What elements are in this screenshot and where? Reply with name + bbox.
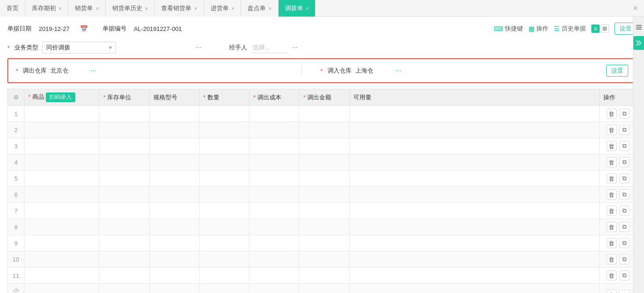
row-cost-8[interactable]: [249, 219, 299, 235]
row-spec-1[interactable]: [149, 106, 199, 122]
row-cost-9[interactable]: [249, 235, 299, 251]
row-product-6[interactable]: [24, 187, 99, 203]
tab-home[interactable]: 首页: [0, 0, 25, 17]
row-qty-8[interactable]: [199, 219, 249, 235]
tab-transfer-order[interactable]: 调拨单 ×: [279, 0, 316, 17]
row-available-7[interactable]: [349, 203, 599, 219]
row-unit-6[interactable]: [99, 187, 149, 203]
person-select[interactable]: 选择...: [251, 43, 288, 53]
row-product-7[interactable]: [24, 203, 99, 219]
row-unit-7[interactable]: [99, 203, 149, 219]
row-spec-7[interactable]: [149, 203, 199, 219]
tab-sales-order-close[interactable]: ×: [96, 6, 98, 11]
row-qty-10[interactable]: [199, 251, 249, 268]
row-cost-7[interactable]: [249, 203, 299, 219]
row-unit-11[interactable]: [99, 268, 149, 284]
row-qty-9[interactable]: [199, 235, 249, 251]
warehouse-setting-button[interactable]: 设置: [606, 65, 628, 77]
copy-icon-2[interactable]: ⧉: [620, 125, 630, 135]
tab-initial-inventory-close[interactable]: ×: [59, 6, 61, 11]
subtotal-copy-icon[interactable]: ⧉: [620, 290, 630, 293]
warehouse-out-more-btn[interactable]: ···: [91, 67, 97, 75]
delete-icon-4[interactable]: 🗑: [607, 157, 617, 167]
scan-button[interactable]: 扫码录入: [46, 92, 75, 102]
row-available-1[interactable]: [349, 106, 599, 122]
row-qty-5[interactable]: [199, 171, 249, 187]
row-qty-4[interactable]: [199, 154, 249, 171]
subtotal-delete-icon[interactable]: 🗑: [607, 290, 617, 293]
shortcut-action[interactable]: ⌨ 快捷键: [494, 24, 523, 33]
copy-icon-6[interactable]: ⧉: [620, 189, 630, 200]
row-spec-3[interactable]: [149, 138, 199, 154]
row-product-8[interactable]: [24, 219, 99, 235]
row-qty-2[interactable]: [199, 122, 249, 138]
row-amount-9[interactable]: [299, 235, 349, 251]
row-available-9[interactable]: [349, 235, 599, 251]
copy-icon-4[interactable]: ⧉: [620, 157, 630, 167]
row-product-3[interactable]: [24, 138, 99, 154]
row-cost-4[interactable]: [249, 154, 299, 171]
copy-icon-3[interactable]: ⧉: [620, 141, 630, 151]
row-cost-3[interactable]: [249, 138, 299, 154]
business-type-select[interactable]: 同价调拨 ▾: [42, 42, 116, 54]
copy-icon-11[interactable]: ⧉: [620, 270, 630, 281]
sidebar-expand-icon[interactable]: [633, 36, 644, 50]
row-amount-1[interactable]: [299, 106, 349, 122]
row-amount-7[interactable]: [299, 203, 349, 219]
row-available-10[interactable]: [349, 251, 599, 268]
row-qty-11[interactable]: [199, 268, 249, 284]
row-spec-11[interactable]: [149, 268, 199, 284]
row-cost-1[interactable]: [249, 106, 299, 122]
history-action[interactable]: ☰ 历史单据: [554, 24, 586, 33]
row-amount-2[interactable]: [299, 122, 349, 138]
operation-action[interactable]: ▦ 操作: [529, 24, 548, 33]
row-spec-2[interactable]: [149, 122, 199, 138]
row-available-5[interactable]: [349, 171, 599, 187]
delete-icon-8[interactable]: 🗑: [607, 222, 617, 232]
row-amount-6[interactable]: [299, 187, 349, 203]
row-amount-4[interactable]: [299, 154, 349, 171]
row-amount-8[interactable]: [299, 219, 349, 235]
row-qty-6[interactable]: [199, 187, 249, 203]
row-spec-9[interactable]: [149, 235, 199, 251]
row-unit-9[interactable]: [99, 235, 149, 251]
row-unit-5[interactable]: [99, 171, 149, 187]
row-spec-8[interactable]: [149, 219, 199, 235]
row-cost-11[interactable]: [249, 268, 299, 284]
tab-purchase-order-close[interactable]: ×: [231, 6, 234, 11]
row-spec-4[interactable]: [149, 154, 199, 171]
row-qty-1[interactable]: [199, 106, 249, 122]
copy-icon-8[interactable]: ⧉: [620, 222, 630, 232]
row-available-8[interactable]: [349, 219, 599, 235]
row-amount-11[interactable]: [299, 268, 349, 284]
delete-icon-9[interactable]: 🗑: [607, 238, 617, 248]
delete-icon-5[interactable]: 🗑: [607, 173, 617, 183]
row-spec-5[interactable]: [149, 171, 199, 187]
row-product-10[interactable]: [24, 251, 99, 268]
row-cost-10[interactable]: [249, 251, 299, 268]
delete-icon-6[interactable]: 🗑: [607, 189, 617, 200]
delete-icon-2[interactable]: 🗑: [607, 125, 617, 135]
tab-sales-history-close[interactable]: ×: [145, 6, 148, 11]
copy-icon-1[interactable]: ⧉: [620, 109, 630, 119]
row-unit-10[interactable]: [99, 251, 149, 268]
delete-icon-3[interactable]: 🗑: [607, 141, 617, 151]
warehouse-in-more-btn[interactable]: ···: [395, 67, 401, 75]
row-available-3[interactable]: [349, 138, 599, 154]
copy-icon-7[interactable]: ⧉: [620, 206, 630, 216]
row-cost-6[interactable]: [249, 187, 299, 203]
th-settings[interactable]: ⚙: [8, 89, 24, 106]
person-more-btn[interactable]: ···: [292, 43, 298, 52]
row-unit-8[interactable]: [99, 219, 149, 235]
row-product-5[interactable]: [24, 171, 99, 187]
delete-icon-11[interactable]: 🗑: [607, 270, 617, 281]
row-spec-6[interactable]: [149, 187, 199, 203]
row-product-1[interactable]: [24, 106, 99, 122]
tab-sales-order[interactable]: 销货单 ×: [68, 0, 105, 17]
row-amount-10[interactable]: [299, 251, 349, 268]
delete-icon-1[interactable]: 🗑: [607, 109, 617, 119]
row-qty-3[interactable]: [199, 138, 249, 154]
row-cost-2[interactable]: [249, 122, 299, 138]
calendar-icon[interactable]: 📅: [80, 25, 88, 32]
delete-icon-7[interactable]: 🗑: [607, 206, 617, 216]
